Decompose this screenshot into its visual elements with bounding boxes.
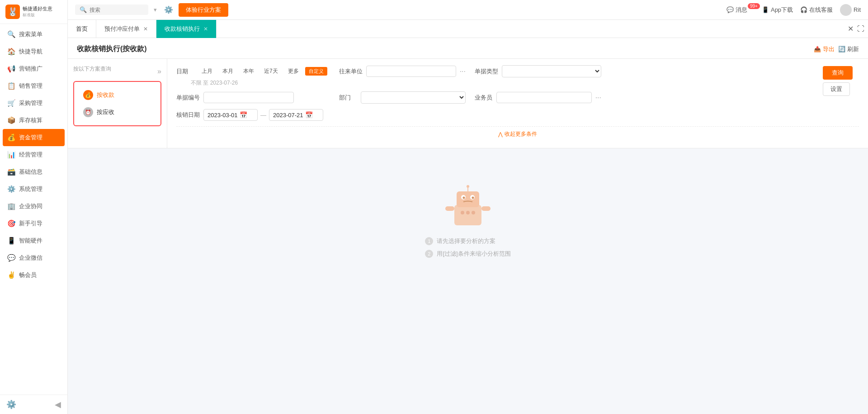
tab-collect[interactable]: 收款核销执行 ✕: [156, 20, 217, 38]
verify-date-start-input[interactable]: 2023-03-01 📅: [203, 109, 258, 121]
filter-docno-field: 单据编号: [176, 92, 330, 103]
tab-prepay-close[interactable]: ✕: [143, 26, 148, 32]
staff-input[interactable]: [496, 92, 592, 103]
export-btn[interactable]: 📤 导出: [814, 45, 835, 53]
message-btn[interactable]: 💬 消息 99+: [726, 6, 755, 14]
receipt-option-label: 按收款: [97, 91, 114, 99]
filter-option-by-receipt[interactable]: 💰 按收款: [79, 86, 156, 104]
settings-btn[interactable]: 设置: [823, 82, 850, 96]
marketing-icon: 📢: [7, 65, 15, 73]
verify-date-end-input[interactable]: 2023-07-21 📅: [269, 109, 323, 121]
staff-ellipsis[interactable]: ···: [595, 94, 601, 102]
filter-option-by-receivable[interactable]: ⏰ 按应收: [79, 104, 156, 121]
tip-num-2: 2: [425, 250, 433, 258]
empty-state: 1 请先选择要分析的方案 2 用[过滤]条件来缩小分析范围: [68, 148, 868, 276]
sidebar-item-label: 系统管理: [19, 185, 42, 193]
collapse-up-icon: ⋀: [498, 131, 503, 138]
sidebar-item-guide[interactable]: 🎯 新手引导: [0, 215, 67, 232]
sidebar-item-wechat[interactable]: 💬 企业微信: [0, 249, 67, 266]
app-icon: 📱: [762, 6, 769, 13]
sales-icon: 📋: [7, 82, 15, 90]
tip-text-2: 用[过滤]条件来缩小分析范围: [437, 250, 510, 258]
tab-home[interactable]: 首页: [68, 20, 96, 38]
settings-bottom-icon[interactable]: ⚙️: [6, 400, 16, 409]
counterpart-input[interactable]: [366, 66, 456, 77]
filter-right-panel: 日期 上月 本月 本年 近7天 更多 自定义: [167, 59, 868, 148]
counterpart-ellipsis[interactable]: ···: [460, 67, 466, 76]
date-last-month-btn[interactable]: 上月: [198, 67, 216, 76]
date-more-btn[interactable]: 更多: [284, 67, 302, 76]
query-btn[interactable]: 查询: [823, 66, 853, 80]
tab-collect-close[interactable]: ✕: [203, 26, 208, 32]
sidebar-item-label: 搜索菜单: [19, 30, 42, 38]
staff-label: 业务员: [475, 94, 493, 102]
system-icon: ⚙️: [7, 185, 15, 193]
sidebar-item-quick-nav[interactable]: 🏠 快捷导航: [0, 43, 67, 60]
sidebar-item-smart-hw[interactable]: 📱 智能硬件: [0, 232, 67, 249]
sidebar-item-operations[interactable]: 📊 经营管理: [0, 146, 67, 163]
sidebar-item-purchase[interactable]: 🛒 采购管理: [0, 95, 67, 112]
collapse-more-btn[interactable]: ⋀ 收起更多条件: [176, 126, 859, 142]
sidebar-item-search-menu[interactable]: 🔍 搜索菜单: [0, 26, 67, 43]
inventory-icon: 📦: [7, 116, 15, 124]
sidebar-item-system[interactable]: ⚙️ 系统管理: [0, 181, 67, 198]
search-input[interactable]: [90, 7, 144, 13]
topbar-search-box[interactable]: 🔍: [75, 5, 148, 15]
collapse-sidebar-icon[interactable]: ◀: [55, 400, 61, 409]
app-download-btn[interactable]: 📱 App下载: [762, 6, 793, 14]
sidebar-item-basic-info[interactable]: 🗃️ 基础信息: [0, 163, 67, 181]
dept-select[interactable]: [361, 91, 466, 104]
svg-point-4: [463, 197, 465, 199]
filter-row-1: 日期 上月 本月 本年 近7天 更多 自定义: [176, 65, 816, 77]
message-icon: 💬: [726, 6, 734, 13]
sidebar-item-label: 新手引导: [19, 219, 42, 228]
sidebar: 🐰 畅捷通好生意 标准版 🔍 搜索菜单 🏠 快捷导航 📢 营销推广 📋 销售管理…: [0, 0, 68, 414]
filter-counterpart-field: 往来单位 ···: [339, 66, 466, 77]
sidebar-item-member[interactable]: ✌️ 畅会员: [0, 266, 67, 284]
page-header: 收款核销执行(按收款) 📤 导出 🔄 刷新: [68, 38, 868, 59]
dropdown-icon[interactable]: ▾: [154, 6, 157, 13]
page-header-actions: 📤 导出 🔄 刷新: [814, 45, 859, 53]
verify-date-end-value: 2023-07-21: [273, 112, 303, 119]
sidebar-item-sales[interactable]: 📋 销售管理: [0, 77, 67, 95]
sidebar-item-capital[interactable]: 💰 资金管理: [3, 129, 65, 146]
industry-btn[interactable]: 体验行业方案: [179, 3, 228, 17]
message-badge: 99+: [748, 3, 760, 9]
sidebar-item-inventory[interactable]: 📦 库存核算: [0, 112, 67, 129]
sidebar-item-label: 资金管理: [19, 133, 42, 142]
date-this-month-btn[interactable]: 本月: [219, 67, 237, 76]
logo-edition: 标准版: [23, 12, 52, 18]
refresh-btn[interactable]: 🔄 刷新: [838, 45, 859, 53]
doctype-select[interactable]: [502, 65, 601, 77]
quick-nav-icon: 🏠: [7, 48, 15, 56]
basic-info-icon: 🗃️: [7, 168, 15, 176]
date-custom-badge[interactable]: 自定义: [305, 67, 327, 76]
search-icon: 🔍: [80, 6, 87, 13]
date-range-separator: —: [260, 112, 266, 119]
receivable-option-icon: ⏰: [83, 107, 93, 117]
docno-input[interactable]: [203, 92, 294, 103]
sidebar-item-enterprise[interactable]: 🏢 企业协同: [0, 198, 67, 215]
filter-left-collapse-icon[interactable]: »: [157, 67, 161, 76]
tab-fullscreen-icon[interactable]: ⛶: [857, 25, 864, 33]
filter-options-box: 💰 按收款 ⏰ 按应收: [73, 81, 161, 126]
purchase-icon: 🛒: [7, 99, 15, 107]
refresh-label: 刷新: [847, 45, 859, 53]
calendar-start-icon: 📅: [240, 111, 247, 119]
filter-staff-field: 业务员 ···: [475, 92, 601, 103]
svg-point-12: [472, 211, 475, 214]
tab-prepay[interactable]: 预付冲应付单 ✕: [96, 20, 156, 38]
sidebar-item-label: 快捷导航: [19, 48, 42, 56]
user-profile[interactable]: Rit: [840, 4, 861, 16]
service-btn[interactable]: 🎧 在线客服: [800, 6, 833, 14]
date-7days-btn[interactable]: 近7天: [260, 67, 282, 76]
tab-prepay-label: 预付冲应付单: [104, 25, 140, 33]
date-this-year-btn[interactable]: 本年: [240, 67, 258, 76]
filter-verify-date-field: 核销日期 2023-03-01 📅 — 2023-07-21: [176, 109, 330, 121]
member-icon: ✌️: [7, 271, 15, 279]
gear-icon[interactable]: ⚙️: [164, 5, 173, 14]
sidebar-item-label: 智能硬件: [19, 237, 42, 245]
filter-area: 按以下方案查询 » 💰 按收款 ⏰ 按应收: [68, 59, 868, 148]
sidebar-item-marketing[interactable]: 📢 营销推广: [0, 60, 67, 77]
tab-close-all-icon[interactable]: ✕: [848, 24, 854, 33]
